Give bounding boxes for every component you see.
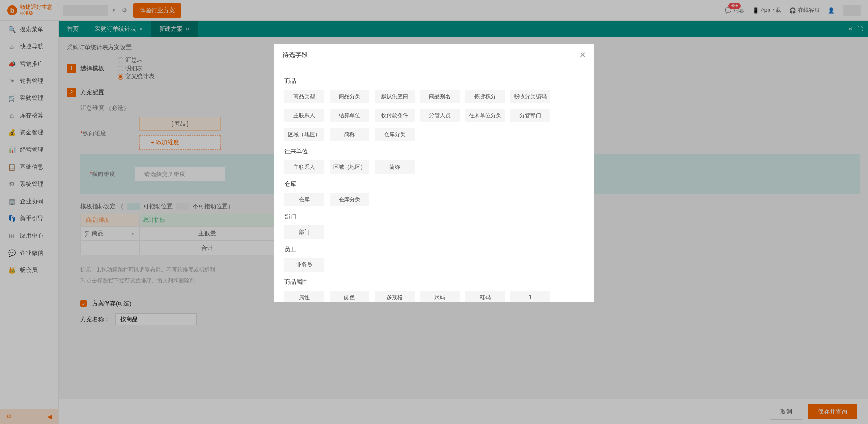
field-chip[interactable]: 属性	[284, 291, 324, 302]
field-group-0: 商品商品类型商品分类默认供应商商品别名拣货积分税收分类编码主联系人结算单位收付款…	[284, 77, 584, 141]
field-chip[interactable]: 区域（地区）	[330, 160, 369, 174]
field-chip[interactable]: 收付款条件	[375, 109, 415, 122]
field-chip[interactable]: 鞋码	[465, 291, 505, 302]
field-group-title: 商品属性	[284, 278, 584, 286]
field-picker-modal: 待选字段 ✕ 商品商品类型商品分类默认供应商商品别名拣货积分税收分类编码主联系人…	[274, 44, 594, 302]
field-chip[interactable]: 主联系人	[284, 160, 324, 174]
field-group-4: 员工业务员	[284, 245, 584, 272]
field-group-5: 商品属性属性颜色多规格尺码鞋码1	[284, 278, 584, 302]
field-chip[interactable]: 往来单位分类	[465, 109, 505, 122]
field-chip[interactable]: 商品别名	[420, 90, 460, 103]
field-chip[interactable]: 主联系人	[284, 109, 324, 122]
field-chip[interactable]: 颜色	[330, 291, 369, 302]
field-group-2: 仓库仓库仓库分类	[284, 180, 584, 206]
field-group-3: 部门部门	[284, 213, 584, 239]
field-chip[interactable]: 拣货积分	[465, 90, 505, 103]
field-chip[interactable]: 区域（地区）	[284, 128, 324, 141]
field-chip[interactable]: 业务员	[284, 258, 324, 272]
field-chip[interactable]: 1	[510, 291, 550, 302]
field-group-title: 商品	[284, 77, 584, 85]
field-chip[interactable]: 结算单位	[330, 109, 369, 122]
field-chip[interactable]: 仓库	[284, 193, 324, 206]
field-chip[interactable]: 部门	[284, 225, 324, 239]
field-chip[interactable]: 分管人员	[420, 109, 460, 122]
field-group-title: 员工	[284, 245, 584, 253]
modal-title: 待选字段	[283, 51, 308, 59]
modal-overlay[interactable]: 待选字段 ✕ 商品商品类型商品分类默认供应商商品别名拣货积分税收分类编码主联系人…	[0, 0, 868, 424]
field-chip[interactable]: 简称	[330, 128, 369, 141]
field-chip[interactable]: 简称	[375, 160, 415, 174]
field-chip[interactable]: 分管部门	[510, 109, 550, 122]
field-chip[interactable]: 仓库分类	[375, 128, 415, 141]
field-group-title: 往来单位	[284, 148, 584, 156]
field-chip[interactable]: 仓库分类	[330, 193, 369, 206]
field-group-title: 部门	[284, 213, 584, 221]
field-group-1: 往来单位主联系人区域（地区）简称	[284, 148, 584, 174]
close-icon[interactable]: ✕	[580, 51, 585, 59]
field-chip[interactable]: 默认供应商	[375, 90, 415, 103]
field-chip[interactable]: 尺码	[420, 291, 460, 302]
field-chip[interactable]: 商品类型	[284, 90, 324, 103]
field-chip[interactable]: 商品分类	[330, 90, 369, 103]
field-chip[interactable]: 税收分类编码	[510, 90, 550, 103]
field-chip[interactable]: 多规格	[375, 291, 415, 302]
field-group-title: 仓库	[284, 180, 584, 188]
